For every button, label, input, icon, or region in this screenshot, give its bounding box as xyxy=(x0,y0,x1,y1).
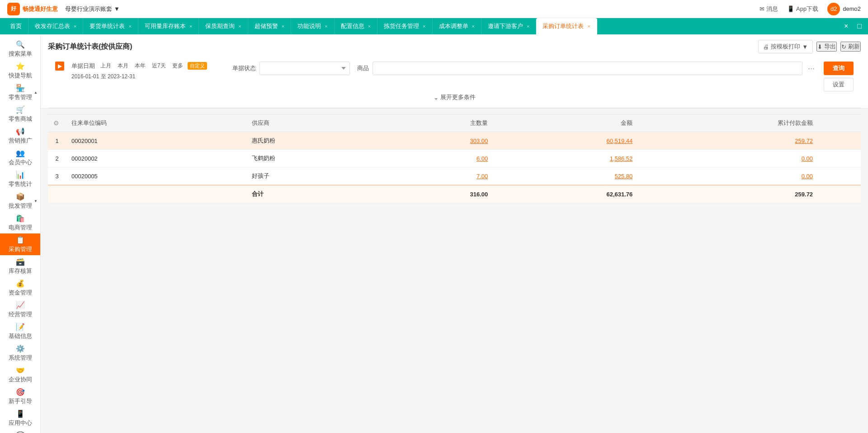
sidebar-item-retail-mall[interactable]: 🛒 零售商城 xyxy=(0,103,40,125)
tab-purchase-stats[interactable]: 采购订单统计表× xyxy=(536,18,597,34)
tab-invite-downstream[interactable]: 邀请下游客户× xyxy=(481,18,536,34)
status-select[interactable] xyxy=(259,62,350,75)
filter-expand-btn[interactable]: ▶ xyxy=(55,62,64,71)
company-select[interactable]: 母婴行业演示账套 ▼ xyxy=(61,3,123,15)
user-area[interactable]: d2 demo2 xyxy=(827,3,861,15)
cell-amount[interactable]: 525.80 xyxy=(493,167,638,186)
refresh-btn[interactable]: ↻ 刷新 xyxy=(840,42,861,52)
topbar: 好 畅捷通好生意 母婴行业演示账套 ▼ ✉ 消息 📱 App下载 d2 demo… xyxy=(0,0,868,18)
tab-label: 采购订单统计表 xyxy=(542,22,584,30)
sidebar-item-retail-stats[interactable]: 📊 零售统计 xyxy=(0,168,40,190)
sidebar-item-enterprise-wechat[interactable]: 💬 企业微信 xyxy=(0,429,40,433)
tab-order-stats[interactable]: 要货单统计表× xyxy=(83,18,138,34)
sidebar-item-sys-manage[interactable]: ⚙️ 系统管理 xyxy=(0,342,40,364)
goods-more-icon[interactable]: ··· xyxy=(806,64,816,73)
col-settings-icon[interactable]: ⚙ xyxy=(53,119,59,127)
print-label: 按模板打印 xyxy=(771,43,800,51)
message-btn[interactable]: ✉ 消息 xyxy=(760,5,778,13)
sidebar-item-basic-info[interactable]: 📝 基础信息 xyxy=(0,320,40,342)
footer-paid-amount: 259.72 xyxy=(638,185,818,203)
tab-cost-adjust[interactable]: 成本调整单× xyxy=(433,18,481,34)
refresh-icon: ↻ xyxy=(841,43,846,50)
sidebar-item-search[interactable]: 🔍 搜索菜单 xyxy=(0,38,40,60)
tab-expire-query[interactable]: 保质期查询× xyxy=(199,18,248,34)
cell-paid-amount[interactable]: 0.00 xyxy=(638,167,818,186)
col-paid-amount: 累计付款金额 xyxy=(638,114,818,132)
query-btn[interactable]: 查询 xyxy=(824,62,854,75)
tab-label: 配置信息 xyxy=(341,22,364,30)
col-settings: ⚙ xyxy=(48,114,66,132)
date-btn-more[interactable]: 更多 xyxy=(170,62,185,70)
tab-close-btn[interactable]: × xyxy=(74,24,76,29)
sidebar-item-purchase[interactable]: 📋 采购管理 xyxy=(0,233,40,255)
tab-close-btn[interactable]: × xyxy=(189,24,192,29)
date-btn-7days[interactable]: 近7天 xyxy=(150,62,168,70)
footer-label xyxy=(66,185,246,203)
sidebar-item-new-guide[interactable]: 🎯 新手引导 xyxy=(0,385,40,407)
sidebar-label-member: 会员中心 xyxy=(9,158,32,167)
tab-close-btn[interactable]: × xyxy=(587,24,590,29)
tab-close-btn[interactable]: × xyxy=(368,24,371,29)
sidebar-item-app-center[interactable]: 📱 应用中心 xyxy=(0,407,40,429)
date-btn-last-month[interactable]: 上月 xyxy=(99,62,113,70)
cell-paid-amount[interactable]: 0.00 xyxy=(638,150,818,167)
cell-main-qty[interactable]: 6.00 xyxy=(381,150,493,167)
tab-close-btn[interactable]: × xyxy=(423,24,425,29)
tab-close-btn[interactable]: × xyxy=(238,24,241,29)
footer-empty1 xyxy=(48,185,66,203)
sidebar-item-enterprise[interactable]: 🤝 企业协同 xyxy=(0,364,40,385)
tab-config-info[interactable]: 配置信息× xyxy=(335,18,377,34)
tab-close-btn[interactable]: × xyxy=(527,24,529,29)
sidebar-item-wholesale[interactable]: 📦 批发管理 xyxy=(0,190,40,212)
date-btn-this-year[interactable]: 本年 xyxy=(133,62,147,70)
sidebar-item-quick-nav[interactable]: ⭐ 快捷导航 xyxy=(0,60,40,81)
cell-main-qty[interactable]: 303.00 xyxy=(381,132,493,150)
sidebar-item-marketing[interactable]: 📢 营销推广 xyxy=(0,125,40,147)
cell-amount[interactable]: 60,519.44 xyxy=(493,132,638,150)
sidebar-icon-finance: 💰 xyxy=(16,279,25,288)
sidebar-icon-search: 🔍 xyxy=(16,40,25,49)
sidebar-icon-new-guide: 🎯 xyxy=(16,388,25,396)
sidebar-icon-basic-info: 📝 xyxy=(16,323,25,331)
tab-home[interactable]: 首页 xyxy=(4,18,28,34)
page-header: 采购订单统计表(按供应商) 🖨 按模板打印 ▼ ⬇ 导出 ↻ 刷新 xyxy=(41,34,868,109)
date-btn-this-month[interactable]: 本月 xyxy=(116,62,130,70)
col-amount: 金额 xyxy=(493,114,638,132)
cell-paid-amount[interactable]: 259.72 xyxy=(638,132,818,150)
tab-collect-pay[interactable]: 收发存汇总表× xyxy=(28,18,83,34)
cell-amount[interactable]: 1,586.52 xyxy=(493,150,638,167)
tab-close-btn[interactable]: × xyxy=(128,24,131,29)
company-select-arrow: ▼ xyxy=(114,5,120,12)
app-download-btn[interactable]: 📱 App下载 xyxy=(787,5,818,13)
sidebar-item-ecommerce[interactable]: 🛍️ 电商管理 xyxy=(0,212,40,233)
tab-close-btn[interactable]: × xyxy=(472,24,475,29)
sidebar-item-member[interactable]: 👥 会员中心 xyxy=(0,147,40,168)
export-btn[interactable]: ⬇ 导出 xyxy=(816,42,837,52)
tab-available-stock[interactable]: 可用量库存账本× xyxy=(138,18,199,34)
tab-func-desc[interactable]: 功能说明× xyxy=(291,18,334,34)
tab-close-btn[interactable]: × xyxy=(325,24,327,29)
settings-btn[interactable]: 设置 xyxy=(824,78,854,91)
expand-more-btn[interactable]: ⌄ 展开更多条件 xyxy=(434,93,476,101)
sidebar-item-inventory[interactable]: 🗃️ 库存核算 xyxy=(0,255,40,277)
tab-overstock-warning[interactable]: 超储预警× xyxy=(248,18,291,34)
cell-main-qty[interactable]: 7.00 xyxy=(381,167,493,186)
cell-supplier-code: 00020002 xyxy=(66,150,246,167)
sidebar-item-finance[interactable]: 💰 资金管理 xyxy=(0,277,40,299)
sidebar-icon-quick-nav: ⭐ xyxy=(16,62,25,71)
table-footer-row: 合计 316.00 62,631.76 259.72 xyxy=(48,185,861,203)
sidebar-item-business[interactable]: 📈 经营管理 xyxy=(0,299,40,320)
sidebar-label-enterprise: 企业协同 xyxy=(9,376,32,384)
sidebar-label-finance: 资金管理 xyxy=(9,289,32,297)
sidebar-label-new-guide: 新手引导 xyxy=(9,397,32,405)
sidebar-icon-retail: 🏪 xyxy=(16,84,25,92)
sidebar-icon-retail-stats: 📊 xyxy=(16,171,25,179)
print-btn[interactable]: 🖨 按模板打印 ▼ xyxy=(758,40,813,53)
close-all-tabs-btn[interactable]: × xyxy=(841,21,851,31)
tab-close-btn[interactable]: × xyxy=(282,24,284,29)
app-download-label: App下载 xyxy=(796,5,818,13)
tab-pick-task[interactable]: 拣货任务管理× xyxy=(377,18,432,34)
sidebar-item-retail[interactable]: 🏪 零售管理 xyxy=(0,81,40,103)
goods-input[interactable] xyxy=(373,62,802,75)
maximize-btn[interactable]: □ xyxy=(854,21,864,31)
